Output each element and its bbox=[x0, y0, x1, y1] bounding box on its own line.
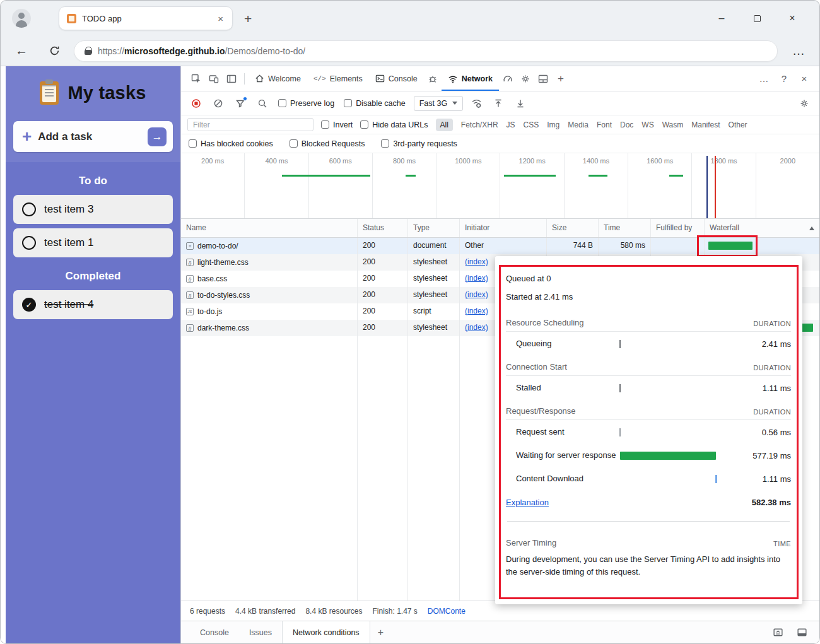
duration-header: DURATION bbox=[753, 364, 791, 372]
devtools-drawer: Console Issues Network conditions + bbox=[181, 621, 819, 643]
task-item[interactable]: test item 1 bbox=[13, 228, 173, 257]
filter-icon[interactable] bbox=[231, 95, 249, 112]
col-waterfall[interactable]: Waterfall bbox=[705, 219, 819, 237]
filter-type[interactable]: Wasm bbox=[662, 120, 684, 129]
initiator-link[interactable]: (index) bbox=[465, 307, 488, 315]
drawer-tab-network-conditions[interactable]: Network conditions bbox=[282, 621, 370, 643]
checkbox-icon bbox=[189, 139, 197, 148]
browser-tab[interactable]: TODO app × bbox=[59, 6, 233, 30]
initiator-link[interactable]: (index) bbox=[465, 290, 488, 299]
filter-type[interactable]: Media bbox=[568, 120, 589, 129]
col-name[interactable]: Name bbox=[181, 219, 358, 237]
invert-checkbox[interactable]: Invert bbox=[321, 120, 353, 129]
throttling-select[interactable]: Fast 3G bbox=[414, 96, 463, 111]
inspect-icon[interactable] bbox=[187, 70, 205, 88]
record-icon[interactable] bbox=[187, 95, 205, 112]
preserve-log-checkbox[interactable]: Preserve log bbox=[278, 99, 334, 108]
add-task-button[interactable]: + Add a task → bbox=[13, 121, 173, 152]
filter-type[interactable]: Img bbox=[547, 120, 559, 129]
filter-type[interactable]: JS bbox=[507, 120, 515, 129]
expand-drawer-icon[interactable] bbox=[793, 624, 811, 641]
layout-panel-icon[interactable] bbox=[534, 70, 552, 88]
network-overview-timeline[interactable]: 200 ms 400 ms 600 ms 800 ms 1000 ms 1200… bbox=[181, 153, 819, 219]
blocked-requests-checkbox[interactable]: Blocked Requests bbox=[290, 139, 365, 148]
address-bar[interactable]: https://microsoftedge.github.io/Demos/de… bbox=[74, 40, 778, 62]
checkbox-icon bbox=[321, 120, 329, 129]
disable-cache-checkbox[interactable]: Disable cache bbox=[344, 99, 406, 108]
focus-mode-icon[interactable] bbox=[223, 70, 240, 88]
refresh-button[interactable] bbox=[45, 42, 64, 61]
more-tabs-icon[interactable]: + bbox=[552, 70, 570, 88]
checkbox-checked-icon[interactable]: ✓ bbox=[22, 298, 36, 312]
export-har-icon[interactable] bbox=[512, 95, 529, 112]
search-icon[interactable] bbox=[254, 95, 271, 112]
tab-network[interactable]: Network bbox=[442, 66, 499, 91]
filter-type[interactable]: Fetch/XHR bbox=[461, 120, 498, 129]
chevron-down-icon bbox=[452, 102, 457, 105]
browser-more-icon[interactable]: … bbox=[789, 42, 808, 61]
tab-welcome[interactable]: Welcome bbox=[249, 66, 307, 91]
drawer-tab-issues[interactable]: Issues bbox=[239, 621, 282, 643]
resources-size: 8.4 kB resources bbox=[305, 607, 362, 616]
performance-icon[interactable] bbox=[499, 70, 517, 88]
profile-avatar[interactable] bbox=[12, 9, 31, 28]
submit-arrow-icon[interactable]: → bbox=[148, 127, 167, 146]
filter-type-all[interactable]: All bbox=[436, 119, 453, 131]
initiator-link[interactable]: (index) bbox=[465, 257, 488, 266]
checkbox-circle-icon[interactable] bbox=[22, 236, 36, 250]
col-initiator[interactable]: Initiator bbox=[460, 219, 547, 237]
initiator-link[interactable]: (index) bbox=[465, 323, 488, 332]
minimize-button[interactable]: – bbox=[713, 10, 730, 26]
maximize-button[interactable] bbox=[749, 10, 765, 26]
cell-waterfall bbox=[705, 238, 819, 254]
tab-elements[interactable]: </> Elements bbox=[307, 66, 369, 91]
dock-bottom-icon[interactable] bbox=[769, 624, 787, 641]
blocked-cookies-checkbox[interactable]: Has blocked cookies bbox=[189, 139, 273, 148]
network-row[interactable]: ≡demo-to-do/ 200 document Other 744 B 58… bbox=[181, 238, 819, 254]
filter-type[interactable]: Font bbox=[597, 120, 612, 129]
help-icon[interactable]: ? bbox=[775, 70, 793, 88]
window-controls: – × bbox=[713, 10, 814, 26]
close-window-button[interactable]: × bbox=[784, 10, 800, 26]
col-status[interactable]: Status bbox=[358, 219, 408, 237]
col-time[interactable]: Time bbox=[599, 219, 651, 237]
close-devtools-icon[interactable]: × bbox=[795, 70, 813, 88]
col-type[interactable]: Type bbox=[408, 219, 460, 237]
cell-initiator: Other bbox=[460, 238, 547, 254]
third-party-checkbox[interactable]: 3rd-party requests bbox=[381, 139, 457, 148]
tab-console[interactable]: Console bbox=[369, 66, 424, 91]
request-name: dark-theme.css bbox=[197, 320, 249, 336]
import-har-icon[interactable] bbox=[489, 95, 507, 112]
filter-type[interactable]: Other bbox=[729, 120, 747, 129]
hide-data-urls-checkbox[interactable]: Hide data URLs bbox=[360, 120, 428, 129]
task-item-completed[interactable]: ✓ test item 4 bbox=[13, 290, 173, 319]
network-conditions-icon[interactable] bbox=[467, 95, 485, 112]
device-emulation-icon[interactable] bbox=[205, 70, 223, 88]
initiator-link[interactable]: (index) bbox=[465, 274, 488, 283]
back-button[interactable]: ← bbox=[12, 42, 31, 61]
network-settings-gear-icon[interactable] bbox=[795, 95, 813, 112]
timing-row: Queueing 2.41 ms bbox=[506, 334, 791, 353]
gear-icon[interactable] bbox=[517, 70, 534, 88]
filter-type[interactable]: Doc bbox=[620, 120, 633, 129]
filter-input[interactable] bbox=[187, 118, 313, 131]
debugger-icon[interactable] bbox=[424, 70, 442, 88]
drawer-tab-console[interactable]: Console bbox=[190, 621, 239, 643]
task-item[interactable]: test item 3 bbox=[13, 195, 173, 224]
filter-type[interactable]: Manifest bbox=[691, 120, 720, 129]
sort-ascending-icon bbox=[809, 226, 814, 230]
new-tab-button[interactable]: + bbox=[244, 12, 252, 25]
clear-icon[interactable] bbox=[209, 95, 227, 112]
timeline-label: 2000 bbox=[756, 153, 819, 218]
filter-type[interactable]: CSS bbox=[524, 120, 539, 129]
tab-close-icon[interactable]: × bbox=[215, 13, 226, 24]
col-fulfilled-by[interactable]: Fulfilled by bbox=[651, 219, 705, 237]
col-size[interactable]: Size bbox=[547, 219, 599, 237]
explanation-link[interactable]: Explanation bbox=[506, 498, 549, 507]
timing-row: Waiting for server response 577.19 ms bbox=[506, 442, 791, 469]
drawer-more-tabs-icon[interactable]: + bbox=[370, 621, 391, 643]
started-at: Started at 2.41 ms bbox=[506, 291, 791, 303]
filter-type[interactable]: WS bbox=[641, 120, 653, 129]
checkbox-circle-icon[interactable] bbox=[22, 202, 36, 216]
devtools-more-icon[interactable]: … bbox=[755, 70, 773, 88]
